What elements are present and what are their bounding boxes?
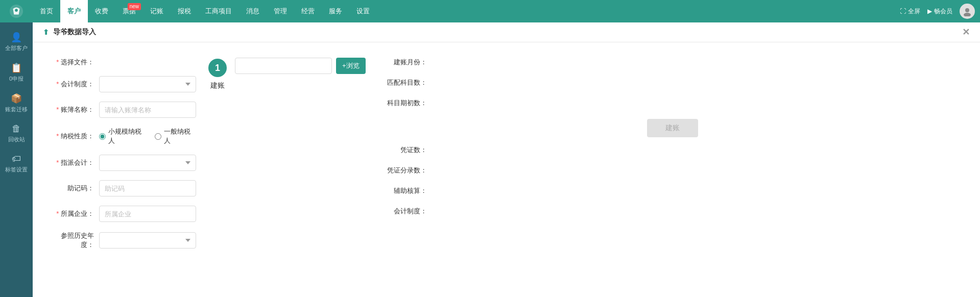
nav-customer[interactable]: 客户 — [60, 0, 88, 22]
voucher-records-label: 凭证分录数： — [386, 166, 432, 175]
fullscreen-icon: ⛶ — [900, 8, 906, 15]
users-icon: 👤 — [11, 32, 22, 43]
voucher-label: 凭证数： — [386, 145, 432, 155]
avatar[interactable] — [960, 4, 975, 19]
step-badge: 1 — [208, 59, 227, 77]
page-title: 导爷数据导入 — [53, 28, 96, 37]
browse-button[interactable]: +浏览 — [336, 58, 366, 74]
right-accounting-label: 会计制度： — [386, 207, 432, 216]
trash-icon: 🗑 — [12, 123, 21, 134]
page-header: ⬆ 导爷数据导入 ✕ — [33, 22, 980, 42]
svg-point-3 — [964, 13, 971, 16]
nav-business[interactable]: 工商项目 — [198, 0, 239, 22]
voucher-records-row: 凭证分录数： — [386, 166, 960, 175]
file-row: 选择文件： — [53, 58, 196, 67]
memo-input[interactable] — [99, 180, 196, 196]
fullscreen-btn[interactable]: ⛶ 全屏 — [900, 7, 920, 16]
aux-row: 辅助核算： — [386, 186, 960, 195]
sidebar: 👤 全部客户 📋 0申报 📦 账套迁移 🗑 回收站 🏷 标签设置 — [0, 22, 33, 297]
accounting-system-row: 会计制度： — [53, 76, 196, 92]
build-account-button[interactable]: 建账 — [647, 119, 698, 137]
migrate-icon: 📦 — [11, 93, 22, 104]
svg-point-1 — [15, 9, 18, 12]
svg-point-2 — [965, 8, 969, 12]
sidebar-item-tags[interactable]: 🏷 标签设置 — [0, 150, 33, 178]
company-row: 所属企业： — [53, 206, 196, 222]
accountant-label: 指派会计： — [53, 158, 99, 167]
accounting-select[interactable] — [99, 76, 196, 92]
history-select[interactable] — [99, 232, 196, 249]
step-form: 选择文件： 会计制度： — [53, 58, 196, 259]
main-content: ⬆ 导爷数据导入 ✕ 选择文件： — [33, 22, 980, 297]
sidebar-item-migration[interactable]: 📦 账套迁移 — [0, 89, 33, 117]
tax-row: 纳税性质： 小规模纳税人 一般纳税人 — [53, 127, 196, 145]
nav-invoice[interactable]: 票据 new — [115, 0, 143, 22]
nav-right: ⛶ 全屏 ▶ 畅会员 — [900, 4, 975, 19]
accountant-row: 指派会计： — [53, 155, 196, 171]
nav-items: 首页 客户 收费 票据 new 记账 报税 工商项目 消息 管理 经营 服务 设… — [33, 0, 377, 22]
ledger-input[interactable] — [99, 102, 196, 118]
nav-tax[interactable]: 报税 — [171, 0, 198, 22]
top-navigation: 首页 客户 收费 票据 new 记账 报税 工商项目 消息 管理 经营 服务 设… — [0, 0, 980, 22]
nav-bookkeeping[interactable]: 记账 — [143, 0, 171, 22]
tax-general-radio[interactable] — [155, 133, 161, 140]
match-subjects-row: 匹配科目数： — [386, 78, 960, 87]
sidebar-item-all-customers[interactable]: 👤 全部客户 — [0, 28, 33, 56]
tax-label: 纳税性质： — [53, 132, 99, 141]
declare-icon: 📋 — [11, 62, 22, 73]
accounting-label: 会计制度： — [53, 80, 99, 89]
memo-label: 助记码： — [53, 184, 99, 193]
build-month-label: 建账月份： — [386, 58, 432, 67]
form-main: 选择文件： 会计制度： — [53, 58, 960, 274]
form-right: 建账月份： 匹配科目数： 科目期初数： 建账 — [386, 58, 960, 274]
nav-service[interactable]: 服务 — [322, 0, 349, 22]
step-label: 建账 — [210, 81, 225, 90]
form-container: 选择文件： 会计制度： — [33, 42, 980, 297]
aux-label: 辅助核算： — [386, 186, 432, 195]
voucher-row: 凭证数： — [386, 145, 960, 155]
right-accounting-row: 会计制度： — [386, 207, 960, 216]
period-balance-row: 科目期初数： — [386, 98, 960, 108]
accountant-select[interactable] — [99, 155, 196, 171]
tax-small-label: 小规模纳税人 — [108, 127, 147, 145]
sidebar-item-trash[interactable]: 🗑 回收站 — [0, 119, 33, 147]
tax-general-label: 一般纳税人 — [164, 127, 196, 145]
vip-icon: ▶ — [927, 8, 932, 15]
build-month-row: 建账月份： — [386, 58, 960, 67]
company-label: 所属企业： — [53, 209, 99, 218]
nav-settings[interactable]: 设置 — [349, 0, 377, 22]
ledger-row: 账簿名称： — [53, 102, 196, 118]
ledger-label: 账簿名称： — [53, 105, 99, 114]
history-label: 参照历史年度： — [53, 231, 99, 250]
main-layout: 👤 全部客户 📋 0申报 📦 账套迁移 🗑 回收站 🏷 标签设置 ⬆ 导爷数据导… — [0, 22, 980, 297]
tax-small-radio[interactable] — [99, 133, 106, 140]
vip-btn[interactable]: ▶ 畅会员 — [927, 7, 952, 16]
nav-fee[interactable]: 收费 — [88, 0, 115, 22]
tag-icon: 🏷 — [12, 154, 21, 164]
import-icon: ⬆ — [43, 28, 49, 36]
new-badge: new — [128, 3, 141, 10]
app-logo — [5, 0, 28, 22]
history-row: 参照历史年度： — [53, 231, 196, 250]
file-input[interactable] — [235, 58, 332, 74]
step-section: 选择文件： 会计制度： — [53, 58, 366, 259]
tax-small[interactable]: 小规模纳税人 — [99, 127, 147, 145]
tax-radio-group: 小规模纳税人 一般纳税人 — [99, 127, 196, 145]
file-input-wrap: +浏览 — [235, 58, 366, 74]
memo-row: 助记码： — [53, 180, 196, 196]
nav-operation[interactable]: 经营 — [294, 0, 322, 22]
build-btn-wrap: 建账 — [386, 119, 960, 137]
period-balance-label: 科目期初数： — [386, 98, 432, 108]
nav-manage[interactable]: 管理 — [267, 0, 294, 22]
sidebar-item-declaration[interactable]: 📋 0申报 — [0, 58, 33, 87]
form-left: 选择文件： 会计制度： — [53, 58, 366, 274]
match-subjects-label: 匹配科目数： — [386, 78, 432, 87]
nav-message[interactable]: 消息 — [239, 0, 267, 22]
close-button[interactable]: ✕ — [962, 28, 970, 37]
nav-home[interactable]: 首页 — [33, 0, 60, 22]
company-input[interactable] — [99, 206, 196, 222]
file-label: 选择文件： — [53, 58, 99, 67]
tax-general[interactable]: 一般纳税人 — [155, 127, 196, 145]
